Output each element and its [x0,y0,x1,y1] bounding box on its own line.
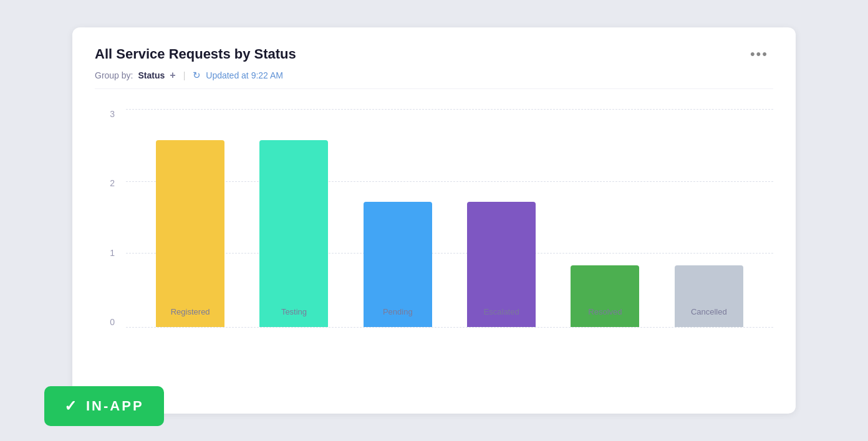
in-app-label: IN-APP [86,398,144,414]
x-label-resolved: Resolved [564,302,645,327]
updated-text: Updated at 9:22 AM [206,70,283,80]
chart-area: 3 2 1 0 [95,109,773,358]
x-label-testing: Testing [253,302,334,327]
x-label-escalated: Escalated [461,302,542,327]
y-label-1: 1 [110,248,115,258]
y-label-2: 2 [110,178,115,188]
x-labels: Registered Testing Pending Escalated Res… [126,302,773,327]
y-label-3: 3 [110,109,115,119]
in-app-badge: ✓ IN-APP [44,386,164,426]
card-title: All Service Requests by Status [95,46,296,62]
dashboard-card: All Service Requests by Status ••• Group… [72,27,796,414]
x-label-pending: Pending [357,302,438,327]
group-by-value: Status [138,70,165,80]
bar-group-registered [150,140,231,327]
refresh-icon[interactable]: ↻ [193,70,201,81]
card-header: All Service Requests by Status ••• [95,45,773,64]
y-axis: 3 2 1 0 [95,109,120,327]
check-icon: ✓ [64,397,79,415]
x-label-cancelled: Cancelled [668,302,750,327]
chart-inner: Registered Testing Pending Escalated Res… [126,109,773,327]
divider: | [183,70,186,80]
bar-registered[interactable] [156,140,224,327]
group-by-label: Group by: [95,70,133,80]
bar-testing[interactable] [259,140,328,327]
y-label-0: 0 [110,317,115,327]
more-options-button[interactable]: ••• [745,45,773,64]
add-group-button[interactable]: + [170,70,175,81]
grid-line-0 [126,327,773,328]
card-subheader: Group by: Status + | ↻ Updated at 9:22 A… [95,70,773,89]
bar-group-testing [253,140,334,327]
x-label-registered: Registered [150,302,231,327]
bars-container [126,109,773,327]
